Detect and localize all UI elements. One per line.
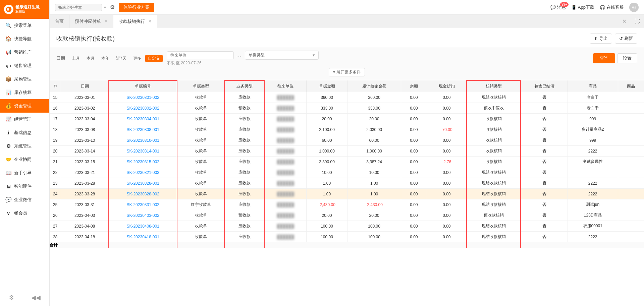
row-discount: 0.00 — [427, 178, 467, 189]
row-has-settled: 否 — [521, 114, 568, 124]
sidebar-item-label: 资金管理 — [14, 103, 32, 109]
query-button[interactable]: 查询 — [593, 53, 615, 63]
row-balance: 0.00 — [401, 189, 427, 199]
bill-no-link[interactable]: SK-20230310-001 — [126, 138, 159, 143]
row-amount: 1.00 — [306, 178, 347, 189]
messages-button[interactable]: 💬 消息 99+ — [550, 4, 566, 10]
row-accum: 333.00 — [347, 103, 401, 114]
refresh-button[interactable]: ↺ 刷新 — [615, 34, 637, 44]
row-accum: 60.00 — [347, 135, 401, 146]
row-cancel-type: 收款核销 — [467, 124, 521, 135]
fullscreen-icon[interactable]: ⛶ — [631, 15, 644, 28]
sidebar-item-member[interactable]: V 畅会员 — [0, 206, 49, 220]
wechat-icon: 💬 — [5, 197, 11, 203]
date-btn-7days[interactable]: 近7天 — [113, 55, 129, 62]
row-goods2 — [618, 232, 644, 242]
user-avatar[interactable]: Rit — [629, 3, 639, 12]
guide-icon: 📖 — [5, 170, 11, 176]
date-btn-this-year[interactable]: 本年 — [99, 55, 112, 62]
row-discount: 0.00 — [427, 210, 467, 221]
sidebar-item-wechat[interactable]: 💬 企业微信 — [0, 193, 49, 206]
bill-no-link[interactable]: SK-20230321-003 — [126, 170, 159, 175]
row-goods2 — [618, 103, 644, 114]
row-has-settled: 否 — [521, 210, 568, 221]
row-accum: 100.00 — [347, 221, 401, 232]
row-counterpart: ██████ — [265, 114, 306, 124]
message-icon: 💬 — [550, 5, 556, 10]
sidebar-item-sales[interactable]: 🏷 销售管理 — [0, 59, 49, 72]
bill-no-link[interactable]: SK-20230302-002 — [126, 106, 159, 111]
collapse-icon[interactable]: ◀◀ — [28, 292, 44, 303]
sidebar-item-search[interactable]: 🔍 搜索菜单 — [0, 19, 49, 32]
row-balance: 0.00 — [401, 103, 427, 114]
bill-no-link[interactable]: SK-20230403-002 — [126, 213, 159, 218]
operations-icon: 📈 — [5, 116, 11, 122]
date-btn-last-month[interactable]: 上月 — [69, 55, 83, 62]
sidebar-item-inventory[interactable]: 📊 库存核算 — [0, 86, 49, 99]
bill-no-link[interactable]: SK-20230408-001 — [126, 224, 159, 229]
bill-no-link[interactable]: SK-20230315-002 — [126, 160, 159, 164]
tab-collection[interactable]: 收款核销执行 ✕ — [113, 15, 157, 28]
row-goods2 — [618, 221, 644, 232]
tab-prepay-close[interactable]: ✕ — [104, 19, 108, 24]
sidebar-item-basic[interactable]: ℹ 基础信息 — [0, 126, 49, 139]
bill-no-link[interactable]: SK-20230304-001 — [126, 117, 159, 121]
filter-dots: ... — [236, 53, 242, 58]
date-btn-more[interactable]: 更多 — [130, 55, 144, 62]
app-download-button[interactable]: 📱 App下载 — [571, 4, 594, 10]
sidebar-item-label: 经营管理 — [14, 116, 32, 122]
date-btn-custom[interactable]: 自定义 — [145, 55, 163, 62]
footer-amount — [306, 242, 347, 248]
row-biz-type: 应收款 — [224, 124, 265, 135]
bill-no-link[interactable]: SK-20230314-001 — [126, 149, 159, 154]
close-tab-icon[interactable]: ✕ — [618, 15, 631, 28]
sidebar-item-marketing[interactable]: 📢 营销推广 — [0, 46, 49, 59]
export-icon: ⬆ — [594, 36, 598, 41]
tab-collection-close[interactable]: ✕ — [148, 19, 152, 24]
row-cancel-type: 现结收款核销 — [467, 199, 521, 210]
sidebar-item-label: 库存核算 — [14, 89, 32, 96]
sidebar-item-system[interactable]: ⚙ 系统管理 — [0, 139, 49, 153]
headset-icon: 🎧 — [600, 5, 605, 10]
logo-icon: 6 — [4, 5, 13, 14]
export-button[interactable]: ⬆ 导出 — [590, 34, 612, 44]
bill-no-link[interactable]: SK-20230331-002 — [126, 202, 159, 207]
settings-button[interactable]: 设置 — [617, 53, 637, 63]
row-biz-type: 应收款 — [224, 167, 265, 178]
expand-more-button[interactable]: ▾ 展开更多条件 — [329, 68, 365, 76]
sidebar-item-quicknav[interactable]: 🏠 快捷导航 — [0, 32, 49, 46]
bill-no-link[interactable]: SK-20230328-001 — [126, 181, 159, 186]
brand-input[interactable] — [55, 4, 102, 11]
counterpart-input[interactable] — [167, 51, 234, 59]
sidebar-item-corp[interactable]: 🤝 企业协同 — [0, 153, 49, 166]
row-accum: 1.00 — [347, 189, 401, 199]
table-row: 27 2023-04-08 SK-20230408-001 收款单 应收款 ██… — [50, 221, 644, 232]
row-no: 27 — [50, 221, 61, 232]
settings-bottom-icon[interactable]: ⚙ — [5, 292, 17, 303]
column-settings-icon[interactable]: ⚙ — [53, 84, 57, 88]
gear-icon[interactable]: ⚙ — [110, 4, 115, 10]
sidebar-item-guide[interactable]: 📖 新手引导 — [0, 166, 49, 180]
row-goods: 老白干 — [568, 103, 618, 114]
sidebar-item-label: 营销推广 — [14, 49, 32, 55]
sidebar-item-finance[interactable]: 💰 资金管理 — [0, 99, 49, 113]
industry-solution-button[interactable]: 体验行业方案 — [119, 3, 154, 12]
online-service-button[interactable]: 🎧 在线客服 — [600, 4, 624, 10]
row-goods2 — [618, 189, 644, 199]
bill-no-link[interactable]: SK-20230308-001 — [126, 127, 159, 132]
row-counterpart: ██████ — [265, 92, 306, 103]
row-goods2 — [618, 114, 644, 124]
sidebar-item-operations[interactable]: 📈 经营管理 — [0, 113, 49, 126]
tab-home[interactable]: 首页 — [50, 15, 69, 28]
tabs-right-actions: ✕ ⛶ — [618, 15, 644, 28]
tab-prepay[interactable]: 预付冲应付单 ✕ — [69, 15, 113, 28]
sidebar-item-purchase[interactable]: 📦 采购管理 — [0, 72, 49, 86]
bill-no-link[interactable]: SK-20230328-002 — [126, 192, 159, 196]
online-service-label: 在线客服 — [606, 4, 624, 10]
row-bill-type: 收款单 — [177, 114, 224, 124]
sidebar-item-hardware[interactable]: 🖥 智能硬件 — [0, 180, 49, 193]
date-btn-this-month[interactable]: 本月 — [84, 55, 97, 62]
bill-no-link[interactable]: SK-20230301-002 — [126, 95, 159, 100]
th-date: 日期 — [61, 80, 109, 92]
bill-no-link[interactable]: SK-20230418-001 — [126, 235, 159, 239]
